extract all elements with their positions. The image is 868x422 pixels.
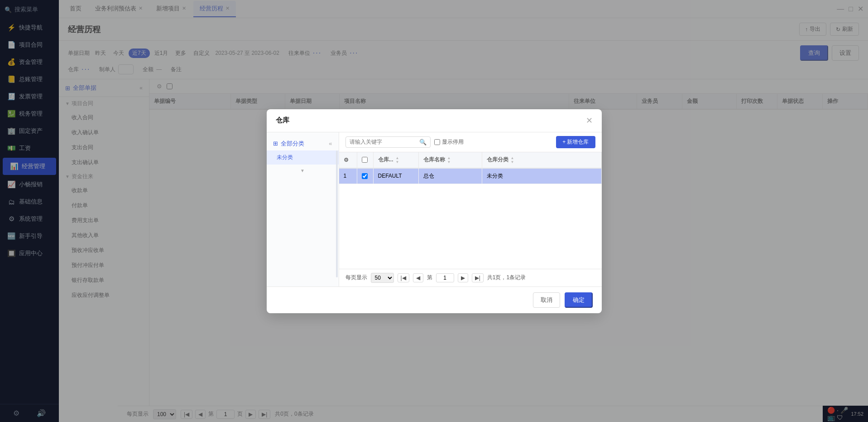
modal-sidebar-collapse-icon[interactable]: « [329, 140, 332, 147]
modal-prev-page-btn[interactable]: ◀ [413, 273, 423, 282]
modal-td-num: 1 [339, 169, 357, 184]
modal-th-gear: ⚙ [339, 152, 357, 168]
modal-per-page-select[interactable]: 50 100 [371, 273, 394, 283]
show-disabled-checkbox[interactable] [434, 139, 440, 145]
modal-body: ⊞ 全部分类 « 未分类 ▼ 🔍 [267, 132, 602, 286]
show-disabled-text: 显示停用 [442, 138, 464, 146]
modal-th-code: 仓库... ▲▼ [374, 152, 419, 168]
search-box: 🔍 [345, 136, 431, 148]
modal-header: 仓库 ✕ [267, 109, 602, 132]
modal-first-page-btn[interactable]: |◀ [398, 273, 409, 282]
modal-sidebar-item-uncategorized[interactable]: 未分类 [267, 150, 339, 165]
modal-sidebar-scrollbar [336, 150, 338, 277]
scroll-down-icon: ▼ [300, 168, 305, 173]
modal-table: ⚙ 仓库... ▲▼ 仓库名称 [339, 152, 602, 269]
modal-td-code: DEFAULT [374, 169, 419, 184]
modal-th-category: 仓库分类 ▲▼ [482, 152, 602, 168]
modal-th-checkbox [357, 152, 374, 168]
modal-sidebar: ⊞ 全部分类 « 未分类 ▼ [267, 132, 339, 286]
warehouse-modal: 仓库 ✕ ⊞ 全部分类 « 未分类 ▼ [267, 109, 602, 313]
modal-table-row[interactable]: 1 DEFAULT 总仓 未分类 [339, 169, 602, 184]
modal-per-page-label: 每页显示 [345, 274, 367, 281]
confirm-button[interactable]: 确定 [565, 292, 593, 308]
modal-close-button[interactable]: ✕ [586, 116, 593, 126]
modal-page-label: 第 [427, 274, 432, 281]
show-disabled-label[interactable]: 显示停用 [434, 138, 464, 146]
modal-td-name: 总仓 [419, 169, 482, 184]
search-input[interactable] [350, 139, 417, 145]
modal-next-page-btn[interactable]: ▶ [458, 273, 468, 282]
modal-sidebar-header[interactable]: ⊞ 全部分类 « [267, 137, 339, 150]
modal-pagination: 每页显示 50 100 |◀ ◀ 第 ▶ ▶| 共1页，1条记录 [339, 269, 602, 286]
modal-main: 🔍 显示停用 + 新增仓库 ⚙ [339, 132, 602, 286]
add-warehouse-button[interactable]: + 新增仓库 [556, 136, 595, 148]
modal-select-all[interactable] [362, 157, 368, 163]
modal-toolbar: 🔍 显示停用 + 新增仓库 [339, 132, 602, 152]
modal-th-name: 仓库名称 ▲▼ [419, 152, 482, 168]
cancel-button[interactable]: 取消 [533, 292, 560, 308]
modal-page-input[interactable] [436, 273, 454, 282]
modal-sidebar-all-label: 全部分类 [281, 140, 304, 148]
modal-title: 仓库 [276, 116, 289, 125]
modal-td-checkbox [357, 169, 374, 184]
add-warehouse-label: + 新增仓库 [562, 138, 589, 146]
modal-table-header: ⚙ 仓库... ▲▼ 仓库名称 [339, 152, 602, 169]
modal-td-category: 未分类 [482, 169, 602, 184]
row-checkbox[interactable] [362, 173, 368, 179]
gear-icon-table: ⚙ [344, 157, 349, 163]
search-icon-modal: 🔍 [419, 139, 427, 146]
modal-overlay: 仓库 ✕ ⊞ 全部分类 « 未分类 ▼ [0, 0, 868, 422]
modal-sidebar-scroll[interactable]: ▼ [267, 165, 339, 177]
modal-footer: 取消 确定 [267, 286, 602, 313]
modal-last-page-btn[interactable]: ▶| [472, 273, 484, 282]
modal-total-label: 共1页，1条记录 [487, 274, 526, 281]
grid-icon-modal: ⊞ [273, 140, 278, 147]
